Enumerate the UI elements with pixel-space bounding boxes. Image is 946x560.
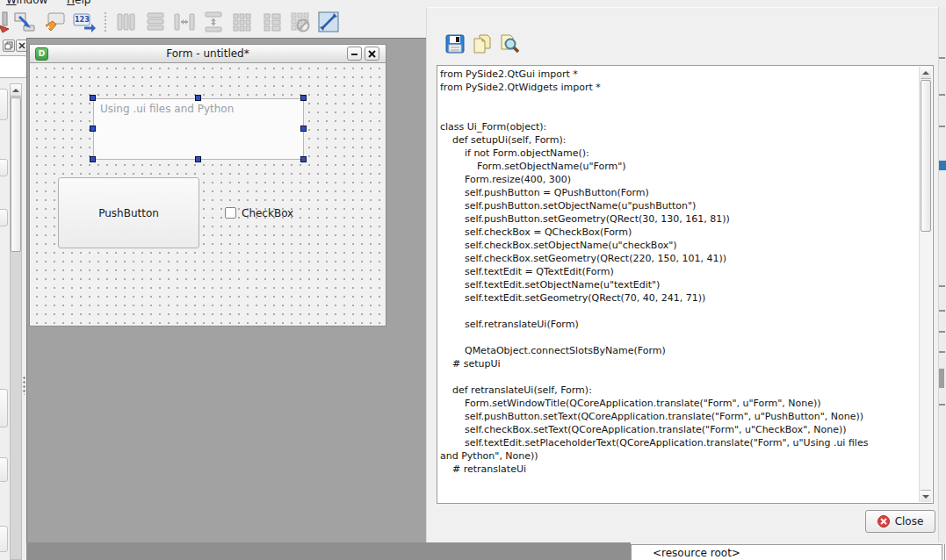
form-canvas[interactable]: Using .ui files and Python PushButton Ch…: [30, 63, 386, 326]
panel-row-mark: [939, 331, 945, 333]
code-line: self.pushButton = QPushButton(Form): [440, 186, 918, 199]
form-window-titlebar[interactable]: D Form - untitled*: [30, 45, 386, 63]
code-line: def setupUi(self, Form):: [440, 133, 918, 147]
copy-button[interactable]: [471, 32, 494, 55]
widget-box-category[interactable]: [0, 389, 8, 427]
panel-row-mark: [939, 404, 945, 406]
code-line: self.textEdit.setPlaceholderText(QCoreAp…: [440, 436, 918, 449]
panel-row-mark: [939, 94, 945, 96]
code-line: Form.setWindowTitle(QCoreApplication.tra…: [440, 397, 918, 410]
widget-box-dock: [0, 38, 26, 560]
widget-box-category[interactable]: [0, 209, 8, 226]
selection-handle[interactable]: [300, 95, 307, 101]
code-line: QMetaObject.connectSlotsByName(Form): [440, 344, 918, 357]
panel-row-mark: [939, 285, 945, 287]
form-minimize-button[interactable]: [347, 47, 362, 61]
widget-box-scrollbar[interactable]: [10, 83, 22, 560]
selection-handle[interactable]: [300, 126, 307, 132]
up-arrow-icon: [922, 71, 929, 75]
up-arrow-icon: [12, 89, 19, 92]
panel-row-mark: [939, 310, 945, 312]
widget-box-category[interactable]: [0, 89, 8, 120]
code-preview-dialog: from PySide2.QtGui import *from PySide2.…: [426, 7, 938, 542]
code-line: self.pushButton.setObjectName(u"pushButt…: [440, 199, 918, 212]
code-line: Form.resize(400, 300): [440, 173, 918, 186]
dock-float-button[interactable]: [3, 39, 15, 52]
menu-help[interactable]: Help: [67, 0, 90, 6]
panel-row-mark: [939, 57, 945, 59]
panel-scroll-thumb[interactable]: [939, 369, 944, 388]
scroll-up-button[interactable]: [921, 67, 931, 79]
toolbar-button-lower-widget[interactable]: [12, 10, 37, 34]
menu-window[interactable]: Window: [6, 0, 47, 6]
widget-box-category[interactable]: [0, 159, 8, 176]
checkbox-indicator[interactable]: [225, 207, 236, 219]
edit-buddies-icon: [44, 11, 67, 33]
layout-grid-icon: [231, 11, 254, 33]
toolbar-button-edit-tab-order[interactable]: 123: [72, 10, 97, 34]
toolbar-button-layout-vertical-splitter[interactable]: [201, 10, 226, 34]
lower-widget-icon: [13, 11, 36, 33]
minimize-icon: [350, 50, 358, 58]
selection-handle[interactable]: [90, 95, 96, 101]
code-line: if not Form.objectName():: [440, 147, 918, 160]
textedit-placeholder: Using .ui files and Python: [100, 103, 234, 115]
selection-handle[interactable]: [195, 156, 201, 162]
float-icon: [4, 41, 13, 50]
form-textedit-widget[interactable]: Using .ui files and Python: [93, 98, 304, 160]
toolbar-button-adjust-size[interactable]: [316, 10, 341, 34]
code-line: [440, 331, 918, 344]
selection-handle[interactable]: [300, 156, 307, 162]
widget-box-category[interactable]: [0, 526, 8, 552]
widget-box-category[interactable]: [0, 457, 8, 482]
selection-handle[interactable]: [90, 126, 96, 132]
resource-browser-panel: <resource root>: [631, 544, 942, 560]
code-line: # retranslateUi: [440, 463, 918, 476]
adjust-size-icon: [317, 11, 340, 33]
code-line: [440, 107, 918, 120]
code-line: self.checkBox = QCheckBox(Form): [440, 226, 918, 239]
save-icon: [444, 33, 466, 54]
code-line: self.pushButton.setGeometry(QRect(30, 13…: [440, 212, 918, 226]
find-button[interactable]: [498, 32, 521, 55]
close-icon: [18, 42, 25, 49]
code-line: self.textEdit.setGeometry(QRect(70, 40, …: [440, 291, 918, 305]
scrollbar-thumb[interactable]: [921, 80, 931, 232]
selection-handle[interactable]: [195, 95, 201, 101]
form-close-button[interactable]: [365, 47, 379, 61]
toolbar-button-edit-buddies[interactable]: [43, 10, 68, 34]
code-line: self.retranslateUi(Form): [440, 318, 918, 331]
toolbar-button-layout-horizontal[interactable]: [114, 10, 139, 34]
toolbar-button-layout-vertical[interactable]: [143, 10, 168, 34]
code-line: self.checkBox.setObjectName(u"checkBox"): [440, 239, 918, 252]
toolbar-button-layout-horizontal-splitter[interactable]: [172, 10, 197, 34]
scroll-down-button[interactable]: [921, 490, 931, 502]
code-line: [440, 370, 918, 384]
form-pushbutton-widget[interactable]: PushButton: [58, 177, 199, 248]
code-line: self.textEdit = QTextEdit(Form): [440, 265, 918, 278]
panel-row-mark: [939, 351, 945, 353]
dock-splitter-handle[interactable]: [23, 376, 25, 395]
close-button[interactable]: Close: [865, 510, 935, 533]
scroll-up-button[interactable]: [11, 84, 21, 97]
form-checkbox-widget[interactable]: CheckBox: [225, 195, 314, 231]
scrollbar-thumb[interactable]: [11, 97, 21, 252]
toolbar-button-layout-form[interactable]: [260, 10, 285, 34]
code-line: [440, 94, 918, 107]
panel-selected-row[interactable]: [939, 161, 946, 170]
code-line: self.textEdit.setObjectName(u"textEdit"): [440, 278, 918, 291]
widget-box-search-input[interactable]: [0, 55, 28, 78]
code-line: class Ui_Form(object):: [440, 120, 918, 133]
code-line: from PySide2.QtGui import *: [440, 68, 918, 81]
toolbar-button-layout-grid[interactable]: [230, 10, 255, 34]
toolbar-button-break-layout[interactable]: [288, 10, 313, 34]
layout-vertical-splitter-icon: [202, 11, 225, 33]
form-editor-window: D Form - untitled* Using .ui files and P…: [29, 44, 386, 327]
layout-vertical-icon: [144, 11, 167, 33]
code-line: self.checkBox.setText(QCoreApplication.t…: [440, 423, 918, 436]
resource-root-item[interactable]: <resource root>: [653, 547, 740, 559]
code-view[interactable]: from PySide2.QtGui import *from PySide2.…: [437, 65, 934, 504]
save-button[interactable]: [444, 32, 466, 55]
selection-handle[interactable]: [90, 156, 96, 162]
code-scrollbar[interactable]: [919, 67, 932, 502]
